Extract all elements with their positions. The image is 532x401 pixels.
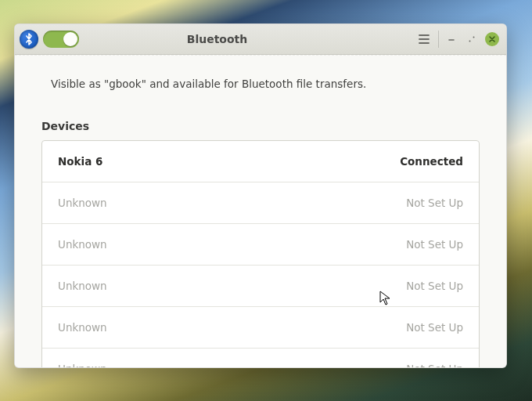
device-name: Unknown <box>58 363 107 368</box>
device-name: Unknown <box>58 280 107 292</box>
separator <box>438 31 439 48</box>
device-row[interactable]: Nokia 6 Connected <box>42 141 479 182</box>
device-row[interactable]: Unknown Not Set Up <box>42 349 479 368</box>
device-row[interactable]: Unknown Not Set Up <box>42 182 479 224</box>
bluetooth-settings-window: Bluetooth Visible as "gbook" and avail <box>14 23 507 368</box>
window-title: Bluetooth <box>26 33 408 45</box>
devices-heading: Devices <box>41 120 480 132</box>
device-status: Not Set Up <box>406 238 463 251</box>
device-status: Not Set Up <box>406 197 463 209</box>
device-name: Unknown <box>58 238 107 251</box>
devices-list: Nokia 6 Connected Unknown Not Set Up Unk… <box>41 140 480 368</box>
device-name: Nokia 6 <box>58 155 102 168</box>
close-button[interactable] <box>485 32 499 46</box>
desktop-wallpaper: Bluetooth Visible as "gbook" and avail <box>0 0 532 401</box>
device-status: Connected <box>400 155 463 168</box>
titlebar: Bluetooth <box>15 24 506 55</box>
minimize-button[interactable] <box>444 32 458 46</box>
device-status: Not Set Up <box>406 280 463 292</box>
device-row[interactable]: Unknown Not Set Up <box>42 266 479 307</box>
device-status: Not Set Up <box>406 363 463 368</box>
device-status: Not Set Up <box>406 321 463 334</box>
window-content: Visible as "gbook" and available for Blu… <box>15 55 506 368</box>
menu-button[interactable] <box>413 29 435 49</box>
visibility-status-text: Visible as "gbook" and available for Blu… <box>41 68 480 96</box>
device-row[interactable]: Unknown Not Set Up <box>42 224 479 266</box>
toggle-knob <box>63 32 77 46</box>
device-name: Unknown <box>58 197 107 209</box>
maximize-button[interactable] <box>465 32 479 46</box>
device-row[interactable]: Unknown Not Set Up <box>42 307 479 349</box>
titlebar-controls <box>413 29 501 49</box>
device-name: Unknown <box>58 321 107 334</box>
bluetooth-power-toggle[interactable] <box>43 31 79 48</box>
